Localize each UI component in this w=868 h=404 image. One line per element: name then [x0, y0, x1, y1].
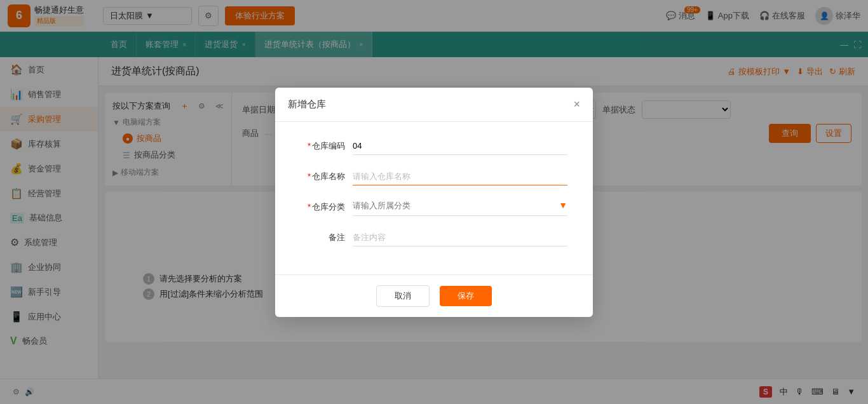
- warehouse-code-input[interactable]: [353, 137, 567, 155]
- warehouse-category-select-wrap: ▼: [353, 198, 567, 216]
- modal-overlay: 新增仓库 × *仓库编码 *仓库名称 *仓库分类: [0, 0, 868, 404]
- warehouse-name-row: *仓库名称: [301, 168, 567, 185]
- warehouse-name-label: *仓库名称: [301, 171, 345, 182]
- modal-body: *仓库编码 *仓库名称 *仓库分类 ▼: [275, 122, 593, 274]
- modal-footer: 取消 保存: [275, 274, 593, 317]
- remark-label: 备注: [301, 232, 345, 243]
- remark-row: 备注: [301, 229, 567, 246]
- save-button[interactable]: 保存: [440, 286, 492, 306]
- warehouse-code-label: *仓库编码: [301, 140, 345, 152]
- cancel-button[interactable]: 取消: [376, 285, 430, 307]
- warehouse-name-input[interactable]: [353, 168, 567, 185]
- new-warehouse-modal: 新增仓库 × *仓库编码 *仓库名称 *仓库分类: [275, 88, 593, 317]
- warehouse-category-label: *仓库分类: [301, 201, 345, 213]
- warehouse-code-row: *仓库编码: [301, 137, 567, 155]
- category-dropdown-icon[interactable]: ▼: [559, 200, 567, 210]
- modal-close-icon[interactable]: ×: [573, 98, 580, 111]
- modal-header: 新增仓库 ×: [275, 88, 593, 122]
- remark-input[interactable]: [353, 229, 567, 246]
- modal-title: 新增仓库: [288, 98, 326, 111]
- warehouse-category-row: *仓库分类 ▼: [301, 198, 567, 216]
- warehouse-category-input[interactable]: [353, 198, 559, 213]
